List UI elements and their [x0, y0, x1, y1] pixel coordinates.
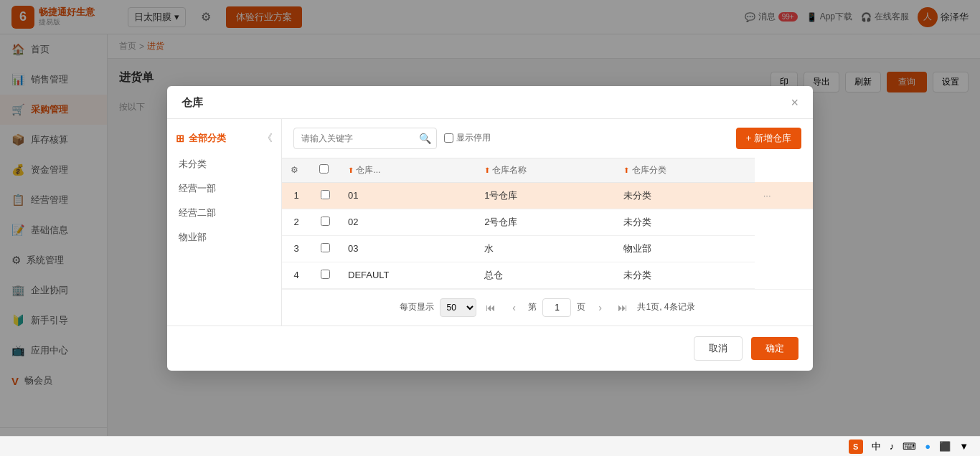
statusbar-square: ⬛ — [939, 441, 951, 452]
row-checkbox[interactable] — [311, 182, 339, 209]
select-all-checkbox[interactable] — [319, 164, 329, 174]
row-checkbox[interactable] — [311, 235, 339, 262]
page-unit: 页 — [577, 301, 585, 313]
table-row[interactable]: 4 DEFAULT 总仓 未分类 — [282, 262, 813, 288]
total-text: 共1页, 4条记录 — [637, 301, 694, 313]
statusbar-chinese[interactable]: 中 — [872, 440, 881, 453]
s-logo: S — [849, 440, 863, 454]
row-index: 3 — [282, 235, 311, 262]
first-page-button[interactable]: ⏮ — [482, 299, 499, 316]
row-code: 02 — [339, 209, 476, 235]
last-page-button[interactable]: ⏭ — [614, 299, 631, 316]
table-panel: 🔍 显示停用 + 新增仓库 ⚙ — [282, 119, 813, 326]
row-category: 未分类 — [615, 209, 754, 235]
search-input[interactable] — [293, 128, 437, 149]
category-item-unclassified[interactable]: 未分类 — [167, 152, 281, 176]
page-number-input[interactable] — [542, 298, 571, 317]
statusbar-circle: ● — [925, 441, 930, 452]
category-panel: ⊞ 全部分类 《 未分类 经营一部 经营二部 物业部 — [167, 119, 282, 326]
per-page-label: 每页显示 — [400, 301, 434, 313]
cancel-button[interactable]: 取消 — [694, 336, 743, 361]
row-index: 4 — [282, 262, 311, 288]
category-item-property[interactable]: 物业部 — [167, 225, 281, 250]
row-category: 物业部 — [615, 235, 754, 262]
collapse-button[interactable]: 《 — [263, 132, 273, 145]
category-all[interactable]: ⊞ 全部分类 — [176, 132, 226, 145]
row-code: 01 — [339, 182, 476, 209]
sort-code-icon[interactable]: ⬆ — [348, 166, 354, 174]
table-row[interactable]: 1 01 1号仓库 未分类 ··· — [282, 182, 813, 209]
warehouse-dialog: 仓库 × ⊞ 全部分类 《 未分类 经营一部 经营二部 物业部 — [167, 86, 813, 371]
dialog-header: 仓库 × — [167, 86, 813, 119]
category-item-dept1[interactable]: 经营一部 — [167, 176, 281, 201]
row-index: 1 — [282, 182, 311, 209]
add-warehouse-button[interactable]: + 新增仓库 — [736, 128, 801, 149]
table-row[interactable]: 2 02 2号仓库 未分类 — [282, 209, 813, 235]
dialog-body: ⊞ 全部分类 《 未分类 经营一部 经营二部 物业部 🔍 — [167, 119, 813, 326]
statusbar-keyboard[interactable]: ⌨ — [903, 441, 916, 452]
show-disabled-checkbox[interactable] — [444, 133, 453, 143]
dialog-footer: 取消 确定 — [167, 326, 813, 371]
row-category: 未分类 — [615, 182, 754, 209]
category-all-label: 全部分类 — [189, 132, 226, 145]
row-checkbox[interactable] — [311, 209, 339, 235]
col-checkbox-header — [311, 158, 339, 182]
col-name-label: 仓库名称 — [492, 165, 527, 175]
statusbar-sound[interactable]: ♪ — [890, 441, 895, 452]
row-action[interactable]: ··· — [755, 182, 813, 209]
category-header: ⊞ 全部分类 《 — [167, 128, 281, 152]
category-item-dept2[interactable]: 经营二部 — [167, 201, 281, 225]
col-code-header: ⬆ 仓库... — [339, 158, 476, 182]
grid-icon: ⊞ — [176, 133, 184, 144]
row-category: 未分类 — [615, 262, 754, 288]
confirm-button[interactable]: 确定 — [751, 337, 798, 360]
prev-page-button[interactable]: ‹ — [505, 299, 522, 316]
search-icon[interactable]: 🔍 — [419, 133, 431, 144]
row-code: DEFAULT — [339, 262, 476, 288]
close-icon[interactable]: × — [791, 96, 798, 109]
show-disabled-text: 显示停用 — [456, 132, 491, 144]
row-name: 总仓 — [476, 262, 615, 288]
dialog-title: 仓库 — [182, 96, 203, 110]
warehouse-table: ⚙ ⬆ 仓库... ⬆ — [282, 158, 813, 289]
modal-overlay: 仓库 × ⊞ 全部分类 《 未分类 经营一部 经营二部 物业部 — [0, 0, 980, 456]
row-name: 1号仓库 — [476, 182, 615, 209]
col-category-label: 仓库分类 — [632, 165, 666, 175]
row-code: 03 — [339, 235, 476, 262]
col-category-header: ⬆ 仓库分类 — [615, 158, 754, 182]
next-page-button[interactable]: › — [591, 299, 608, 316]
statusbar-arrow[interactable]: ▼ — [959, 441, 969, 452]
sort-category-icon[interactable]: ⬆ — [623, 166, 629, 174]
row-checkbox[interactable] — [311, 262, 339, 288]
col-code-label: 仓库... — [356, 165, 380, 175]
table-row[interactable]: 3 03 水 物业部 — [282, 235, 813, 262]
search-input-wrap: 🔍 — [293, 128, 437, 149]
pagination: 每页显示 50 10 20 100 ⏮ ‹ 第 页 › ⏭ 共1页, 4条记录 — [282, 289, 813, 326]
row-name: 2号仓库 — [476, 209, 615, 235]
col-name-header: ⬆ 仓库名称 — [476, 158, 615, 182]
show-disabled-label[interactable]: 显示停用 — [444, 132, 491, 144]
statusbar: S 中 ♪ ⌨ ● ⬛ ▼ — [0, 436, 980, 456]
row-name: 水 — [476, 235, 615, 262]
row-index: 2 — [282, 209, 311, 235]
col-settings: ⚙ — [282, 158, 311, 182]
table-toolbar: 🔍 显示停用 + 新增仓库 — [282, 119, 813, 158]
page-label: 第 — [528, 301, 537, 313]
per-page-select[interactable]: 50 10 20 100 — [440, 298, 476, 317]
table-settings-icon[interactable]: ⚙ — [291, 165, 298, 175]
sort-name-icon[interactable]: ⬆ — [484, 166, 490, 174]
